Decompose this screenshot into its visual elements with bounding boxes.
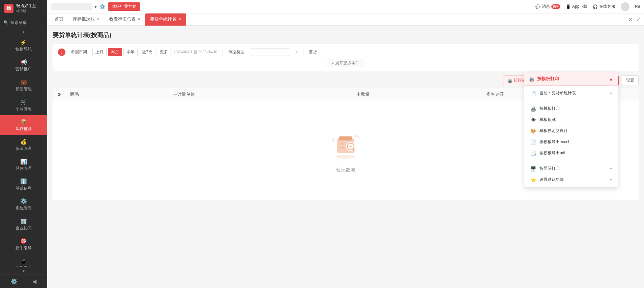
message-label: 消息 <box>542 4 550 9</box>
search-icon: 🔍 <box>3 20 8 25</box>
table-settings-icon[interactable]: ⚙ <box>57 92 61 97</box>
sidebar-item-label: 新手引导 <box>16 245 32 251</box>
dropdown-item-label: 按显示打印 <box>539 166 560 171</box>
online-service-btn[interactable]: 🎧 在线客服 <box>593 4 615 9</box>
sidebar-item-marketing[interactable]: 📢 营销推广 <box>0 56 47 75</box>
enterprise-icon: 🏢 <box>20 218 27 224</box>
dropdown-current-item[interactable]: 📄 当前：要货单统计表 ▾ <box>524 88 618 99</box>
dropdown-item-export-pdf[interactable]: 📑 按模板导出pdf <box>524 148 618 159</box>
sidebar-item-app-center[interactable]: 📱 应用中心 <box>0 254 47 267</box>
app-sub: 标准版 <box>16 9 36 13</box>
app-download-btn[interactable]: 📱 App下载 <box>566 4 587 9</box>
th-settings[interactable]: ⚙ <box>53 88 66 101</box>
filter-more-label: 展开更多条件 <box>335 60 359 66</box>
message-badge: 99+ <box>551 4 560 9</box>
tab-receivable-summary[interactable]: 收发存汇总表 ✕ <box>105 13 145 26</box>
dropdown-item-label: 按模板打印 <box>539 106 560 111</box>
toolbar: 🖨️ 按模板打印 ▲ ↗ 导出 ↻ 刷新 ··· 查询 设置 🖨️ 按模板打 <box>53 75 639 85</box>
filter-date-group: 上月 本月 本年 近7天 更多 2023-06-01 至 2023-06-30 <box>92 48 217 56</box>
sidebar-footer: ⚙️ ◀ <box>0 275 47 288</box>
current-label: 当前：要货单统计表 <box>539 90 576 96</box>
sidebar-item-quick-nav[interactable]: ⚡ 快捷导航 <box>0 36 47 56</box>
tab-inventory-batch[interactable]: 库存批次账 ✕ <box>68 13 105 26</box>
filter-expand-btn[interactable]: › <box>58 49 65 56</box>
inventory-icon: 📦 <box>20 119 27 125</box>
template-custom-icon: 🎨 <box>530 128 536 134</box>
sidebar-item-system[interactable]: ⚙️ 系统管理 <box>0 195 47 215</box>
sidebar-item-sales[interactable]: 💼 销售管理 <box>0 75 47 95</box>
sidebar-item-purchase[interactable]: 🛒 采购管理 <box>0 95 47 115</box>
chevron-down-icon: ▾ <box>332 61 334 66</box>
dropdown-item-template-preview[interactable]: 👁️ 模板预览 <box>524 114 618 125</box>
topbar-search-input[interactable] <box>51 3 92 10</box>
app-name: 畅通好生意 <box>16 3 36 9</box>
goods-filter-label: 要货 <box>309 49 317 55</box>
tab-order-stats-close[interactable]: ✕ <box>178 17 181 21</box>
collapse-footer-btn[interactable]: ◀ <box>32 278 36 285</box>
template-print-dropdown: 🖨️ 按模板打印 ▲ 📄 当前：要货单统计表 ▾ <box>524 72 618 188</box>
sidebar-item-finance[interactable]: 💰 资金管理 <box>0 135 47 155</box>
sidebar-logo-text-container: 畅通好生意 标准版 <box>16 3 36 13</box>
sidebar: 畅 畅通好生意 标准版 🔍 搜索菜单 ▲ ⚡ 快捷导航 📢 营销推广 💼 销售管… <box>0 0 47 288</box>
sidebar-item-operations[interactable]: 📊 经营管理 <box>0 155 47 175</box>
date-btn-this-month[interactable]: 本月 <box>108 48 122 56</box>
operations-icon: 📊 <box>20 158 27 165</box>
sidebar-item-label: 销售管理 <box>16 86 32 92</box>
sidebar-item-basic-info[interactable]: ℹ️ 基础信息 <box>0 175 47 195</box>
sidebar-item-label: 采购管理 <box>16 106 32 112</box>
tab-receivable-summary-close[interactable]: ✕ <box>138 17 141 21</box>
dropdown-item-export-excel[interactable]: 📄 按模板导出excel <box>524 136 618 148</box>
settings-footer-btn[interactable]: ⚙️ <box>11 278 18 285</box>
sidebar-item-label: 资金管理 <box>16 146 32 152</box>
sidebar-item-label: 快捷导航 <box>16 46 32 52</box>
dropdown-item-template-print[interactable]: 🖨️ 按模板打印 <box>524 103 618 114</box>
dropdown-item-set-default[interactable]: ⭐ 设置默认功能 ▾ <box>524 174 618 185</box>
message-btn[interactable]: 💬 消息 99+ <box>535 4 560 9</box>
dropdown-close-btn[interactable]: ▲ <box>609 76 613 82</box>
marketing-icon: 📢 <box>20 59 27 65</box>
filter-more-btn[interactable]: ▾ 展开更多条件 <box>327 59 364 67</box>
topbar-dropdown-btn[interactable]: ▾ <box>94 4 97 9</box>
type-filter-select[interactable] <box>250 49 290 56</box>
sidebar-nav: ⚡ 快捷导航 📢 营销推广 💼 销售管理 🛒 采购管理 📦 库存核算 💰 资金管… <box>0 36 47 267</box>
sidebar-item-enterprise[interactable]: 🏢 企业协同 <box>0 215 47 234</box>
date-btn-this-year[interactable]: 本年 <box>123 48 138 56</box>
tab-home[interactable]: 首页 <box>50 13 68 26</box>
sidebar-item-label: 基础信息 <box>16 186 32 191</box>
template-print-icon: 🖨️ <box>530 106 536 111</box>
date-btn-last-7days[interactable]: 近7天 <box>139 48 155 56</box>
date-btn-more[interactable]: 更多 <box>157 48 171 56</box>
filter-more-row: ▾ 展开更多条件 <box>58 59 633 67</box>
dropdown-item-display-print[interactable]: 🖥️ 按显示打印 ▾ <box>524 163 618 174</box>
scroll-up-btn[interactable]: ▲ <box>0 28 47 36</box>
sidebar-item-inventory[interactable]: 📦 库存核算 <box>0 115 47 135</box>
dropdown-item-label: 模板自定义设计 <box>539 128 568 134</box>
tabs-maximize-btn[interactable]: ⤢ <box>636 16 641 23</box>
template-preview-icon: 👁️ <box>530 117 536 123</box>
svg-point-0 <box>335 155 356 159</box>
app-center-icon: 📱 <box>20 258 27 264</box>
tab-inventory-batch-close[interactable]: ✕ <box>97 17 100 21</box>
industry-solution-btn[interactable]: 体验行业方案 <box>108 2 140 11</box>
basic-info-icon: ℹ️ <box>20 178 27 185</box>
date-filter-label: 单据日期 <box>71 49 87 55</box>
print-header-icon: 🖨️ <box>529 76 534 82</box>
tab-order-stats[interactable]: 要货单统计表 ✕ <box>145 13 186 26</box>
search-menu[interactable]: 🔍 搜索菜单 <box>0 17 47 28</box>
page-title: 要货单统计表(按商品) <box>53 31 639 39</box>
sidebar-logo: 畅 畅通好生意 标准版 <box>0 0 47 17</box>
dropdown-item-template-custom[interactable]: 🎨 模板自定义设计 <box>524 125 618 136</box>
headset-icon: 🎧 <box>593 4 598 9</box>
dropdown-header: 🖨️ 按模板打印 ▲ <box>524 72 618 86</box>
user-avatar[interactable] <box>621 2 630 11</box>
dropdown-item-label: 按模板导出excel <box>539 139 569 145</box>
topbar-gear-btn[interactable]: ⚙️ <box>99 4 105 9</box>
scroll-down-btn[interactable]: ▼ <box>0 267 47 275</box>
date-btn-last-month[interactable]: 上月 <box>92 48 107 56</box>
tabs-expand-btn[interactable]: ✕ <box>628 16 633 23</box>
dropdown-items-section: 🖨️ 按模板打印 👁️ 模板预览 🎨 模板自定义设计 📄 按模板导出excel <box>524 101 618 161</box>
settings-btn[interactable]: 设置 <box>622 75 639 85</box>
sidebar-item-label: 企业协同 <box>16 225 32 231</box>
sidebar-item-newcomer[interactable]: 🎯 新手引导 <box>0 234 47 254</box>
filter-row: › 单据日期 上月 本月 本年 近7天 更多 2023-06-01 至 2023… <box>58 48 633 56</box>
